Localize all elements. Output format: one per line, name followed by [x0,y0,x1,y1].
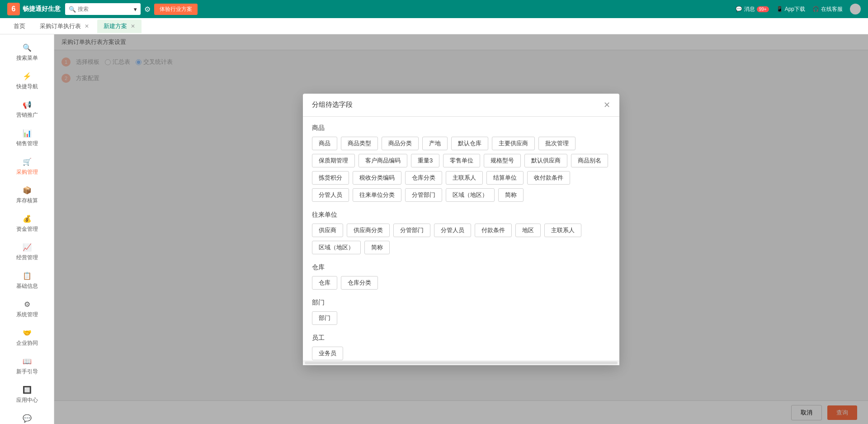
service-icon: 🎧 [812,6,819,12]
sidebar-item-quick-nav[interactable]: ⚡ 快捷导航 [0,67,54,95]
field-tag[interactable]: 区域（地区） [312,241,361,254]
message-label: 消息 [744,5,755,13]
section-warehouse-title: 仓库 [312,263,610,272]
section-department-title: 部门 [312,299,610,307]
section-product-fields: 商品 商品类型 商品分类 产地 默认仓库 主要供应商 批次管理 保质期管理 客户… [312,137,610,202]
field-tag[interactable]: 分管部门 [405,188,442,202]
field-tag[interactable]: 零售单位 [443,154,480,167]
field-tag[interactable]: 仓库分类 [405,171,442,185]
sidebar-item-marketing[interactable]: 📢 营销推广 [0,95,54,124]
tab-close-purchase[interactable]: ✕ [85,23,89,29]
sidebar-item-cooperation[interactable]: 🤝 企业协同 [0,323,54,352]
sidebar-item-wechat[interactable]: 💬 企业微信 [0,409,54,424]
field-tag[interactable]: 仓库 [312,276,337,290]
experience-btn[interactable]: 体验行业方案 [154,4,198,15]
quick-nav-icon: ⚡ [22,71,32,81]
marketing-icon: 📢 [22,100,32,110]
field-tag[interactable]: 供应商 [312,224,343,237]
section-warehouse: 仓库 仓库 仓库分类 [312,263,610,290]
nav-search-box[interactable]: 🔍 ▾ [65,3,141,15]
dialog-hscroll[interactable] [303,361,619,365]
section-employee-fields: 业务员 [312,347,610,360]
settings-icon[interactable]: ⚙ [144,5,151,14]
message-item[interactable]: 💬 消息 99+ [736,5,769,13]
main-layout: 🔍 搜索菜单 ⚡ 快捷导航 📢 营销推广 📊 销售管理 🛒 采购管理 📦 库存核… [0,34,868,424]
field-tag[interactable]: 付款条件 [475,224,512,237]
field-tag[interactable]: 客户商品编码 [359,154,407,167]
field-tag[interactable]: 主要供应商 [492,137,535,150]
tab-close-new-plan[interactable]: ✕ [131,23,135,29]
sidebar-item-operations[interactable]: 📈 经营管理 [0,238,54,266]
sidebar-item-inventory[interactable]: 📦 库存核算 [0,181,54,209]
field-tag[interactable]: 拣货积分 [312,171,349,185]
field-selection-dialog: 分组待选字段 ✕ 商品 商品 商品类型 商品分类 产地 默认仓库 [303,94,619,365]
field-tag[interactable]: 默认供应商 [524,154,567,167]
tab-purchase-list[interactable]: 采购订单执行表 ✕ [33,19,95,33]
wechat-icon: 💬 [22,413,32,423]
field-tag[interactable]: 分管部门 [393,224,430,237]
user-avatar[interactable] [850,4,861,14]
field-tag[interactable]: 收付款条件 [527,171,570,185]
field-tag[interactable]: 简称 [364,241,390,254]
search-icon: 🔍 [22,43,32,52]
field-tag[interactable]: 分管人员 [312,188,349,202]
sidebar-item-system[interactable]: ⚙ 系统管理 [0,295,54,323]
operations-icon: 📈 [22,242,32,252]
search-input[interactable] [78,6,132,12]
section-department: 部门 部门 [312,299,610,325]
field-tag[interactable]: 商品 [312,137,337,150]
field-tag[interactable]: 产地 [422,137,448,150]
section-department-fields: 部门 [312,311,610,325]
sidebar-item-guide[interactable]: 📖 新手引导 [0,352,54,380]
purchase-icon: 🛒 [22,157,32,167]
section-partner-fields: 供应商 供应商分类 分管部门 分管人员 付款条件 地区 主联系人 区域（地区） … [312,224,610,254]
field-tag[interactable]: 往来单位分类 [353,188,401,202]
dialog-title: 分组待选字段 [312,100,353,109]
field-tag[interactable]: 主联系人 [544,224,581,237]
field-tag[interactable]: 默认仓库 [451,137,488,150]
field-tag[interactable]: 批次管理 [538,137,576,150]
field-tag[interactable]: 简称 [498,188,524,202]
tab-home[interactable]: 首页 [7,19,32,33]
section-partner: 往来单位 供应商 供应商分类 分管部门 分管人员 付款条件 地区 主联系人 区域… [312,211,610,254]
sidebar-item-purchase[interactable]: 🛒 采购管理 [0,152,54,181]
section-warehouse-fields: 仓库 仓库分类 [312,276,610,290]
field-tag[interactable]: 保质期管理 [312,154,355,167]
logo: 6 畅捷通好生意 [7,3,61,15]
logo-text: 畅捷通好生意 [23,5,61,13]
field-tag[interactable]: 供应商分类 [347,224,390,237]
inventory-icon: 📦 [22,185,32,195]
field-tag[interactable]: 主联系人 [446,171,483,185]
field-tag[interactable]: 税收分类编码 [353,171,401,185]
field-tag[interactable]: 分管人员 [434,224,471,237]
download-icon: 📱 [776,6,783,12]
sidebar-item-search[interactable]: 🔍 搜索菜单 [0,38,54,67]
field-tag[interactable]: 区域（地区） [446,188,495,202]
dialog-close-button[interactable]: ✕ [604,100,610,110]
section-employee-title: 员工 [312,334,610,342]
field-tag[interactable]: 商品别名 [571,154,608,167]
sidebar-item-app-center[interactable]: 🔲 应用中心 [0,380,54,409]
field-tag[interactable]: 商品分类 [382,137,419,150]
online-service-item[interactable]: 🎧 在线客服 [812,5,843,13]
dialog-body[interactable]: 商品 商品 商品类型 商品分类 产地 默认仓库 主要供应商 批次管理 保质期管理… [303,117,619,361]
section-product-title: 商品 [312,124,610,132]
field-tag[interactable]: 结算单位 [486,171,524,185]
field-tag[interactable]: 重量3 [411,154,439,167]
section-employee: 员工 业务员 [312,334,610,360]
field-tag[interactable]: 业务员 [312,347,343,360]
hscroll-thumb [305,362,618,364]
field-tag[interactable]: 规格型号 [484,154,521,167]
sidebar-item-sales[interactable]: 📊 销售管理 [0,124,54,152]
field-tag[interactable]: 地区 [515,224,541,237]
field-tag[interactable]: 部门 [312,311,337,325]
field-tag[interactable]: 商品类型 [341,137,378,150]
dialog-header: 分组待选字段 ✕ [303,94,619,117]
section-product: 商品 商品 商品类型 商品分类 产地 默认仓库 主要供应商 批次管理 保质期管理… [312,124,610,202]
field-tag[interactable]: 仓库分类 [341,276,378,290]
tab-new-plan[interactable]: 新建方案 ✕ [97,19,142,33]
cooperation-icon: 🤝 [22,328,32,338]
sidebar-item-basic[interactable]: 📋 基础信息 [0,266,54,295]
sidebar-item-finance[interactable]: 💰 资金管理 [0,209,54,238]
app-download-item[interactable]: 📱 App下载 [776,5,805,13]
